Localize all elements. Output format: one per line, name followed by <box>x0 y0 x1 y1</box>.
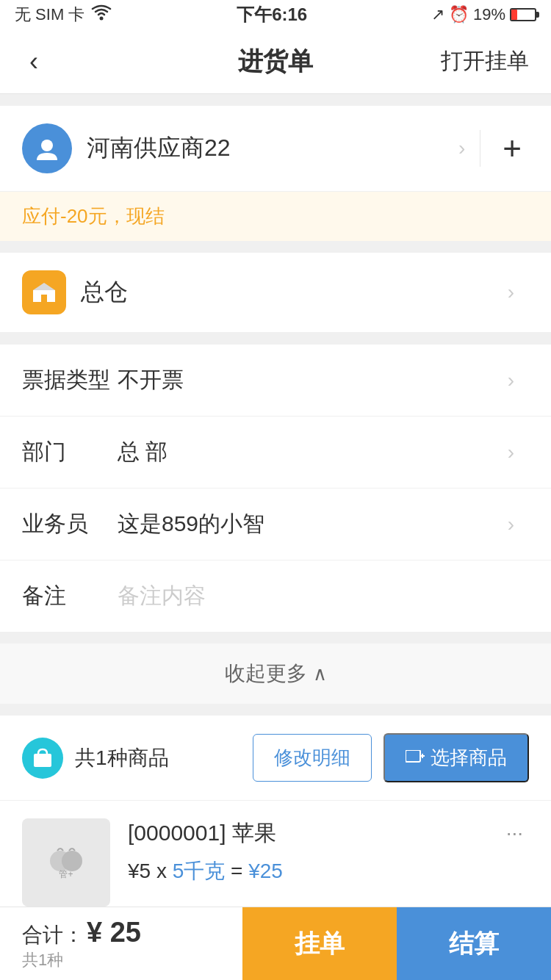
status-time: 下午6:16 <box>237 3 307 26</box>
product-count-icon <box>22 738 63 779</box>
salesperson-value: 这是859的小智 <box>118 509 508 539</box>
department-label: 部门 <box>22 437 118 467</box>
nav-title: 进货单 <box>238 45 313 79</box>
product-code: [0000001] <box>128 821 226 845</box>
select-product-label: 选择商品 <box>431 745 507 771</box>
supplier-notice: 应付-20元，现结 <box>0 192 551 241</box>
department-row[interactable]: 部门 总 部 › <box>0 416 551 488</box>
department-value: 总 部 <box>118 437 508 467</box>
product-name: [0000001] 苹果 <box>128 818 483 849</box>
department-chevron-icon: › <box>508 441 514 464</box>
product-count-text: 共1种商品 <box>75 744 241 772</box>
product-item: 管+ [0000001] 苹果 ¥5 x 5千克 = ¥25 ··· <box>0 800 551 924</box>
checkout-button[interactable]: 结算 <box>397 907 551 981</box>
supplier-chevron-icon: › <box>458 137 465 160</box>
svg-point-1 <box>41 140 53 151</box>
collapse-row[interactable]: 收起更多 ∧ <box>0 644 551 704</box>
alarm-icon: ⏰ <box>449 5 469 24</box>
warehouse-row[interactable]: 总仓 › <box>0 253 551 332</box>
vertical-divider <box>480 130 480 167</box>
product-equals: = <box>231 860 248 882</box>
note-input[interactable]: 备注内容 <box>118 581 529 611</box>
product-unit-price: ¥5 <box>128 860 151 882</box>
form-card: 票据类型 不开票 › 部门 总 部 › 业务员 这是859的小智 › 备注 备注… <box>0 344 551 632</box>
note-row[interactable]: 备注 备注内容 <box>0 560 551 632</box>
product-thumbnail: 管+ <box>22 818 110 907</box>
status-left: 无 SIM 卡 <box>15 4 112 26</box>
product-price-row: ¥5 x 5千克 = ¥25 <box>128 857 483 885</box>
edit-details-button[interactable]: 修改明细 <box>253 734 372 782</box>
svg-rect-2 <box>41 295 47 302</box>
total-amount: ¥ 25 <box>87 917 141 948</box>
warehouse-icon <box>22 270 66 314</box>
svg-rect-4 <box>406 750 420 762</box>
status-right: ↗ ⏰ 19% <box>431 5 536 24</box>
svg-rect-3 <box>34 754 51 767</box>
svg-text:管+: 管+ <box>59 869 73 879</box>
total-count: 共1种 <box>22 949 220 971</box>
collapse-chevron-icon: ∧ <box>313 663 327 685</box>
svg-point-8 <box>62 851 82 871</box>
total-label: 合计： <box>22 921 84 949</box>
hang-order-button[interactable]: 挂单 <box>242 907 397 981</box>
select-product-button[interactable]: 选择商品 <box>383 733 529 782</box>
supplier-card: 河南供应商22 › + 应付-20元，现结 <box>0 106 551 241</box>
product-quantity: 5千克 <box>173 860 226 882</box>
note-label: 备注 <box>22 581 118 611</box>
supplier-name: 河南供应商22 <box>87 132 458 165</box>
invoice-value: 不开票 <box>118 365 508 395</box>
product-info: [0000001] 苹果 ¥5 x 5千克 = ¥25 <box>128 818 483 885</box>
products-header: 共1种商品 修改明细 选择商品 <box>0 716 551 800</box>
invoice-label: 票据类型 <box>22 365 118 395</box>
product-multiply: x <box>156 860 173 882</box>
supplier-row[interactable]: 河南供应商22 › + <box>0 106 551 192</box>
warehouse-chevron-icon: › <box>508 281 514 304</box>
collapse-text: 收起更多 <box>225 660 307 688</box>
warehouse-card: 总仓 › <box>0 253 551 332</box>
salesperson-chevron-icon: › <box>508 513 514 536</box>
battery-percent: 19% <box>473 5 505 24</box>
location-icon: ↗ <box>431 5 444 24</box>
product-total: ¥25 <box>248 860 283 882</box>
salesperson-row[interactable]: 业务员 这是859的小智 › <box>0 488 551 560</box>
battery-icon <box>510 8 536 21</box>
supplier-avatar <box>22 123 72 173</box>
salesperson-label: 业务员 <box>22 509 118 539</box>
product-title: 苹果 <box>232 821 276 845</box>
add-supplier-button[interactable]: + <box>495 130 529 167</box>
open-pending-button[interactable]: 打开挂单 <box>441 46 529 76</box>
carrier-text: 无 SIM 卡 <box>15 4 84 26</box>
product-more-button[interactable]: ··· <box>500 818 529 848</box>
nav-bar: ‹ 进货单 打开挂单 <box>0 29 551 94</box>
bottom-bar: 合计： ¥ 25 共1种 挂单 结算 <box>0 907 551 980</box>
warehouse-name: 总仓 <box>81 276 508 309</box>
status-bar: 无 SIM 卡 下午6:16 ↗ ⏰ 19% <box>0 0 551 29</box>
invoice-chevron-icon: › <box>508 369 514 392</box>
total-section: 合计： ¥ 25 共1种 <box>0 917 242 971</box>
invoice-row[interactable]: 票据类型 不开票 › <box>0 344 551 416</box>
svg-point-0 <box>100 17 104 21</box>
back-button[interactable]: ‹ <box>22 39 46 84</box>
wifi-icon <box>90 4 112 25</box>
